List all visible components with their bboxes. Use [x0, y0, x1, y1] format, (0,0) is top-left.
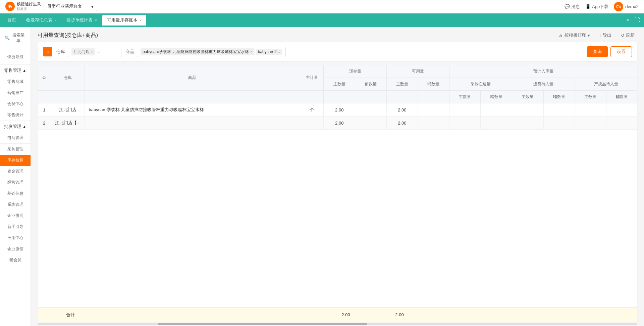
content-area: 可用量查询(按仓库+商品) 🖨 按模板打印 ▾ ↑ 导出 ↺ 刷新 » [31, 27, 644, 326]
message-label: 消息 [571, 4, 580, 10]
sidebar-item-member[interactable]: 畅会员 [0, 254, 31, 266]
tab-inventory[interactable]: 可用量库存账本 × [102, 15, 146, 26]
tab-orderstat-close[interactable]: × [95, 18, 97, 22]
product-filter-label: 商品 [125, 49, 134, 55]
tab-inventory-label: 可用量库存账本 [107, 17, 138, 23]
tab-orderstat[interactable]: 要货单统计表 × [62, 15, 101, 26]
td-pp-main-1 [575, 103, 606, 117]
filter-warehouse-field: 仓库 江北门店 × ··· [56, 47, 121, 57]
td-ip-main-2 [512, 117, 543, 130]
scrollbar-track[interactable] [38, 323, 637, 325]
th-empty-2 [51, 91, 85, 103]
scrollbar-thumb[interactable] [158, 323, 368, 325]
tab-receivepay[interactable]: 收发存汇总表 × [21, 15, 61, 26]
th-empty-4 [300, 91, 324, 103]
warehouse-filter-label: 仓库 [56, 49, 65, 55]
avatar: Ea [614, 2, 623, 11]
sidebar-item-marketing[interactable]: 营销推广 [0, 87, 31, 98]
warehouse-filter-input[interactable]: 江北门店 × ··· [68, 47, 121, 57]
th-pt-aux: 辅数量 [481, 91, 512, 103]
warehouse-ellipsis: ··· [97, 49, 100, 54]
scrollbar-area [31, 322, 644, 326]
td-unit-1: 个 [300, 103, 324, 117]
sidebar-item-finance[interactable]: 资金管理 [0, 166, 31, 177]
sidebar-item-inventory[interactable]: 库存核算 [0, 155, 31, 166]
product-tag-2: babycare?... [256, 49, 282, 55]
sidebar-search-button[interactable]: 🔍 搜索菜单 [3, 30, 28, 46]
sidebar-section-retail: 零售管理 ▲ 零售商城 营销推广 会员中心 零售统计 [0, 65, 31, 121]
th-cs-main: 主数量 [324, 78, 355, 91]
app-download-button[interactable]: 📱 App下载 [585, 4, 608, 10]
sidebar-item-newbie[interactable]: 新手引导 [0, 221, 31, 232]
th-av-main: 主数量 [386, 78, 418, 91]
message-button[interactable]: 💬 消息 [565, 4, 580, 10]
tab-home-label: 首页 [7, 17, 16, 23]
td-no-1: 1 [38, 103, 51, 117]
table-row: 1 江北门店 babycare学饮杯 儿童防摔防撞吸管杯重力球吸嘴杯宝宝水杯 个… [38, 103, 637, 117]
nav-tab-controls: × ⛶ [625, 16, 641, 25]
th-ip-aux: 辅数量 [543, 91, 575, 103]
td-cs-main-2: 2.00 [324, 117, 355, 130]
refresh-button[interactable]: ↺ 刷新 [618, 31, 637, 40]
settings-button[interactable]: 设置 [610, 46, 632, 57]
td-pp-main-2 [575, 117, 606, 130]
logo-text: 畅捷通好生意 [17, 2, 41, 6]
filter-expand-button[interactable]: » [43, 47, 52, 56]
close-tab-button[interactable]: × [625, 16, 631, 25]
message-icon: 💬 [565, 4, 570, 9]
sidebar-item-ecommerce[interactable]: 电商管理 [0, 132, 31, 143]
th-available: 可用量 [386, 65, 449, 78]
td-pt-aux-2 [481, 117, 512, 130]
sidebar-item-member-center[interactable]: 会员中心 [0, 98, 31, 109]
product-tag-1-remove[interactable]: × [250, 49, 253, 54]
sidebar-item-quick-nav[interactable]: 快捷导航 [0, 51, 31, 62]
tab-inventory-close[interactable]: × [140, 18, 142, 22]
logo-icon: 畅 [5, 2, 15, 11]
tab-orderstat-label: 要货单统计表 [66, 17, 93, 23]
sidebar-item-operations[interactable]: 经营管理 [0, 177, 31, 188]
industry-select[interactable]: 母婴行业演示账套 ▾ [44, 2, 97, 11]
sidebar-item-retail-mall[interactable]: 零售商城 [0, 76, 31, 87]
td-pt-main-1 [449, 103, 481, 117]
top-header-left: 畅 畅捷通好生意 标准版 母婴行业演示账套 ▾ [5, 2, 97, 11]
warehouse-tag: 江北门店 × [71, 48, 95, 55]
query-button[interactable]: 查询 [587, 46, 608, 57]
product-tag-1: babycare学饮杯 儿童防摔防撞吸管杯重力球吸嘴杯宝宝水杯 × [141, 48, 255, 55]
tab-home[interactable]: 首页 [3, 15, 21, 26]
logo-sub: 标准版 [17, 7, 41, 11]
sidebar-wholesale-label: 批发管理 [4, 124, 21, 130]
tab-receivepay-close[interactable]: × [54, 18, 56, 22]
th-pt-main: 主数量 [449, 91, 481, 103]
sidebar-item-system[interactable]: 系统管理 [0, 199, 31, 210]
sidebar-section-wholesale-header[interactable]: 批发管理 ▲ [0, 121, 31, 132]
sidebar-item-basic[interactable]: 基础信息 [0, 188, 31, 199]
warehouse-tag-value: 江北门店 [73, 49, 90, 55]
th-unit: 主计量 [300, 65, 324, 91]
user-area[interactable]: Ea demo2 [614, 2, 639, 11]
username: demo2 [625, 4, 639, 9]
export-label: 导出 [603, 32, 611, 38]
sidebar-item-wecom[interactable]: 企业微信 [0, 243, 31, 254]
th-pp-main: 主数量 [575, 91, 606, 103]
td-pt-aux-1 [481, 103, 512, 117]
th-av-aux: 辅数量 [418, 78, 449, 91]
sidebar-section-retail-header[interactable]: 零售管理 ▲ [0, 65, 31, 76]
product-filter-input[interactable]: babycare学饮杯 儿童防摔防撞吸管杯重力球吸嘴杯宝宝水杯 × babyca… [137, 47, 286, 57]
sidebar-item-retail-stat[interactable]: 零售统计 [0, 109, 31, 121]
app-icon: 📱 [585, 4, 591, 9]
sidebar-item-enterprise[interactable]: 企业协同 [0, 210, 31, 221]
sidebar-item-appstore[interactable]: 应用中心 [0, 232, 31, 243]
expand-button[interactable]: ⛶ [633, 16, 641, 25]
export-button[interactable]: ↑ 导出 [597, 31, 614, 40]
settings-icon[interactable]: ⚙ [42, 76, 46, 80]
td-ip-aux-2 [543, 117, 575, 130]
table-container: ⚙ 仓库 商品 主计量 现存量 可用量 预计入库量 主数量 辅数量 [38, 65, 637, 322]
sidebar-retail-label: 零售管理 [4, 67, 21, 74]
filter-product-field: 商品 babycare学饮杯 儿童防摔防撞吸管杯重力球吸嘴杯宝宝水杯 × bab… [125, 47, 286, 57]
sidebar-item-purchase[interactable]: 采购管理 [0, 144, 31, 155]
warehouse-tag-remove[interactable]: × [91, 49, 93, 54]
sidebar-search-label: 搜索菜单 [11, 32, 26, 44]
th-empty-6 [355, 91, 387, 103]
td-ip-main-1 [512, 103, 543, 117]
print-button[interactable]: 🖨 按模板打印 ▾ [556, 31, 593, 40]
